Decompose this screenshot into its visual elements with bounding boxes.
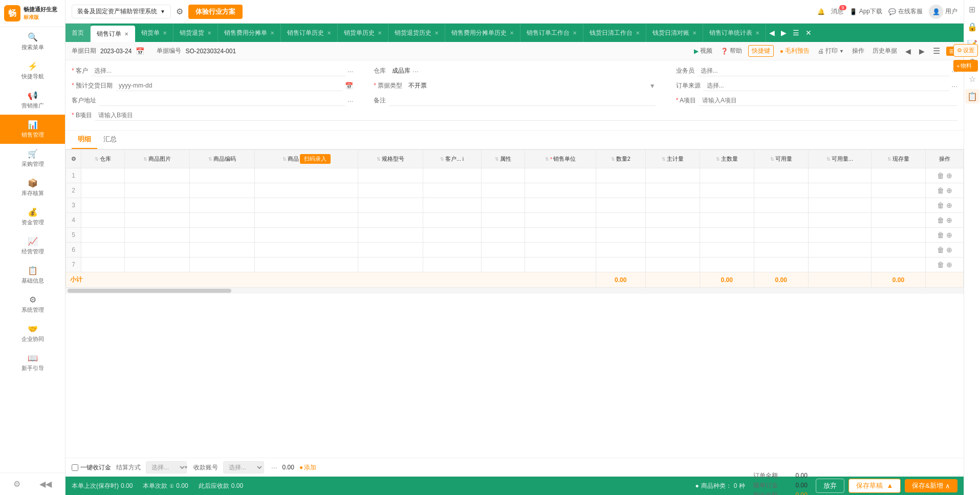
address-input[interactable] — [99, 95, 345, 106]
tab-nav-left[interactable]: ◀ — [766, 29, 778, 37]
settings-bottom-icon[interactable]: ⚙ — [11, 477, 23, 491]
row-delete-icon[interactable]: 🗑 — [937, 261, 944, 269]
tab-nav-right[interactable]: ▶ — [778, 29, 790, 37]
notification-btn[interactable]: 🔔 9 9 消息 — [817, 7, 843, 16]
app-download-btn[interactable]: 📱 App下载 — [850, 7, 882, 16]
sidebar-item-enterprise[interactable]: 🤝 企业协同 — [0, 319, 65, 348]
collapse-icon[interactable]: ◀◀ — [37, 477, 54, 491]
tab-daily-workbench[interactable]: 钱货日清工作台 ✕ — [583, 24, 646, 42]
sort-icon[interactable]: ⇅ — [377, 157, 381, 162]
address-more-icon[interactable]: ··· — [347, 97, 354, 105]
list-view-icon[interactable]: ☰ — [931, 45, 942, 57]
tab-detail[interactable]: 明细 — [72, 131, 97, 149]
sort-icon[interactable]: ⇅ — [545, 157, 549, 162]
right-icon-5[interactable]: ☆ — [965, 72, 979, 86]
sidebar-item-basic[interactable]: 📋 基础信息 — [0, 261, 65, 290]
sidebar-item-inventory[interactable]: 📦 库存核算 — [0, 173, 65, 202]
user-avatar[interactable]: 👤 用户 — [929, 5, 957, 19]
tab-sales-expense-history[interactable]: 销售费用分摊单历史 ✕ — [445, 24, 520, 42]
row-product-code[interactable] — [189, 168, 254, 183]
product-count-icon[interactable]: ● — [695, 482, 699, 489]
sidebar-item-system[interactable]: ⚙ 系统管理 — [0, 290, 65, 319]
sort-icon[interactable]: ⇅ — [143, 157, 147, 162]
tab-close-icon[interactable]: ✕ — [327, 30, 331, 36]
tab-sales-return[interactable]: 销货退货 ✕ — [173, 24, 218, 42]
row-stock[interactable] — [872, 168, 926, 183]
barcode-scan-btn[interactable]: 扫码录入 — [300, 154, 331, 164]
tab-sales-invoice[interactable]: 销货单 ✕ — [135, 24, 173, 42]
row-delete-icon[interactable]: 🗑 — [937, 201, 944, 209]
tab-close-icon[interactable]: ✕ — [573, 30, 577, 36]
print-btn[interactable]: 🖨 打印 ▼ — [816, 46, 846, 56]
history-btn[interactable]: 历史单据 — [870, 46, 899, 56]
help-btn[interactable]: ❓ 帮助 — [718, 46, 744, 56]
sidebar-item-sales[interactable]: 📊 销售管理 — [0, 115, 65, 144]
row-copy-icon[interactable]: ⊕ — [946, 216, 952, 224]
operate-btn[interactable]: 操作 — [850, 46, 866, 56]
tab-sales-invoice-history[interactable]: 销货单历史 ✕ — [338, 24, 388, 42]
sort-icon[interactable]: ⇅ — [770, 157, 774, 162]
sidebar-item-operations[interactable]: 📈 经营管理 — [0, 231, 65, 261]
tab-sales-return-history[interactable]: 销货退货历史 ✕ — [388, 24, 445, 42]
horizontal-scrollbar[interactable] — [66, 288, 964, 294]
chevron-up-icon[interactable]: ▲ — [886, 482, 893, 489]
one-click-payment-checkbox[interactable] — [72, 464, 78, 471]
row-customer-code[interactable] — [423, 168, 482, 183]
row-copy-icon[interactable]: ⊕ — [946, 246, 952, 254]
tab-close-icon[interactable]: ✕ — [207, 30, 211, 36]
nav-next-icon[interactable]: ▶ — [917, 46, 927, 56]
row-qty2[interactable] — [596, 168, 645, 183]
sort-icon[interactable]: ⇅ — [662, 157, 666, 162]
tab-daily-reconcile[interactable]: 钱货日清对账 ✕ — [646, 24, 703, 42]
row-delete-icon[interactable]: 🗑 — [937, 171, 944, 180]
sidebar-item-finance[interactable]: 💰 资金管理 — [0, 202, 65, 231]
customer-more-icon[interactable]: ··· — [347, 67, 354, 75]
sort-icon[interactable]: ⇅ — [611, 157, 615, 162]
nav-prev-icon[interactable]: ◀ — [903, 46, 913, 56]
tab-sales-order[interactable]: 销售订单 ✕ — [91, 26, 135, 42]
row-copy-icon[interactable]: ⊕ — [946, 201, 952, 209]
salesperson-input[interactable] — [698, 66, 950, 76]
customer-input[interactable] — [91, 66, 345, 76]
row-main-qty[interactable] — [700, 168, 754, 183]
one-click-payment-label[interactable]: 一键收订金 — [72, 463, 111, 472]
profit-btn[interactable]: ● 毛利预告 — [778, 46, 812, 56]
payment-method-select[interactable]: 选择... — [146, 461, 187, 474]
sort-icon[interactable]: ⇅ — [282, 157, 287, 162]
tab-close-icon[interactable]: ✕ — [636, 30, 640, 36]
sort-icon[interactable]: ⇅ — [716, 157, 720, 162]
row-available[interactable] — [754, 168, 808, 183]
settings-panel-btn[interactable]: ⚙ 设置 — [953, 44, 964, 57]
tab-close-icon[interactable]: ✕ — [378, 30, 382, 36]
save-new-button[interactable]: 保存&新增 ∧ — [905, 479, 957, 492]
tab-sales-workbench[interactable]: 销售订单工作台 ✕ — [520, 24, 583, 42]
tab-close-icon[interactable]: ✕ — [692, 30, 696, 36]
tab-close-icon[interactable]: ✕ — [163, 30, 167, 36]
calendar-small-icon[interactable]: 📅 — [345, 82, 353, 90]
sidebar-item-purchase[interactable]: 🛒 采购管理 — [0, 144, 65, 173]
order-source-input[interactable] — [704, 80, 950, 91]
tab-sales-order-history[interactable]: 销售订单历史 ✕ — [281, 24, 338, 42]
tab-close-icon[interactable]: ✕ — [510, 30, 514, 36]
row-copy-icon[interactable]: ⊕ — [946, 186, 952, 195]
row-main-unit[interactable] — [645, 168, 700, 183]
sidebar-item-marketing[interactable]: 📢 营销推广 — [0, 85, 65, 115]
right-icon-6[interactable]: 📋 — [965, 89, 979, 103]
sort-icon[interactable]: ⇅ — [887, 157, 891, 162]
online-service-btn[interactable]: 💬 在线客服 — [888, 7, 923, 16]
right-icon-1[interactable]: ⊞ — [965, 2, 979, 16]
sort-icon[interactable]: ⇅ — [440, 157, 444, 162]
app-selector[interactable]: 装备及固定资产辅助管理系统 ▼ — [72, 5, 171, 18]
tab-summary[interactable]: 汇总 — [97, 131, 123, 149]
tab-sales-expense[interactable]: 销售费用分摊单 ✕ — [218, 24, 281, 42]
sidebar-item-search[interactable]: 🔍 搜索菜单 — [0, 27, 65, 56]
tab-close-icon[interactable]: ✕ — [755, 30, 759, 36]
tab-close-icon[interactable]: ✕ — [124, 31, 128, 37]
sort-icon[interactable]: ⇅ — [208, 157, 212, 162]
add-payment-btn[interactable]: ● 添加 — [299, 463, 316, 472]
calendar-icon[interactable]: 📅 — [136, 47, 144, 55]
col-settings-header[interactable]: ⚙ — [66, 150, 81, 168]
row-available2[interactable] — [808, 168, 871, 183]
trial-button[interactable]: 体验行业方案 — [188, 5, 243, 19]
add-material-btn[interactable]: + 物料 — [953, 60, 964, 72]
